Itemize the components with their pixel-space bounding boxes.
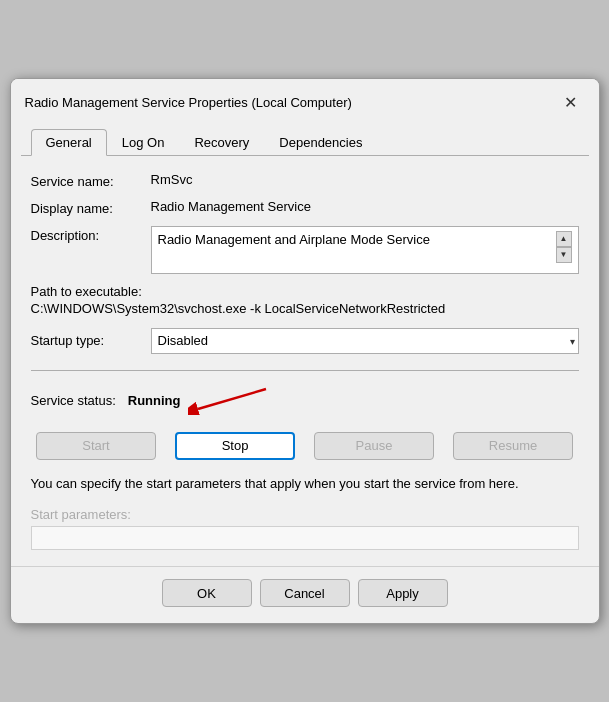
start-button[interactable]: Start — [36, 432, 156, 460]
display-name-label: Display name: — [31, 199, 151, 216]
pause-button[interactable]: Pause — [314, 432, 434, 460]
dialog-footer: OK Cancel Apply — [11, 566, 599, 623]
display-name-row: Display name: Radio Management Service — [31, 199, 579, 216]
svg-line-1 — [198, 389, 266, 409]
service-status-label: Service status: — [31, 393, 116, 408]
startup-type-select[interactable]: Automatic Automatic (Delayed Start) Manu… — [151, 328, 579, 354]
tab-content-general: Service name: RmSvc Display name: Radio … — [11, 156, 599, 567]
tab-dependencies[interactable]: Dependencies — [264, 129, 377, 155]
startup-select-wrapper: Automatic Automatic (Delayed Start) Manu… — [151, 328, 579, 354]
arrow-indicator — [188, 383, 268, 418]
description-scrollbar[interactable]: ▲ ▼ — [556, 231, 572, 263]
apply-button[interactable]: Apply — [358, 579, 448, 607]
scroll-down-arrow[interactable]: ▼ — [556, 247, 572, 263]
service-control-buttons: Start Stop Pause Resume — [31, 432, 579, 460]
window-title: Radio Management Service Properties (Loc… — [25, 95, 352, 110]
path-section: Path to executable: C:\WINDOWS\System32\… — [31, 284, 579, 316]
path-label: Path to executable: — [31, 284, 579, 299]
tab-logon[interactable]: Log On — [107, 129, 180, 155]
service-name-label: Service name: — [31, 172, 151, 189]
start-params-label: Start parameters: — [31, 507, 579, 522]
description-box: Radio Management and Airplane Mode Servi… — [151, 226, 579, 274]
tab-recovery[interactable]: Recovery — [179, 129, 264, 155]
service-status-value: Running — [128, 393, 181, 408]
cancel-button[interactable]: Cancel — [260, 579, 350, 607]
startup-type-row: Startup type: Automatic Automatic (Delay… — [31, 328, 579, 354]
service-name-row: Service name: RmSvc — [31, 172, 579, 189]
service-status-row: Service status: Running — [31, 383, 579, 418]
close-button[interactable]: ✕ — [557, 89, 585, 117]
startup-label: Startup type: — [31, 333, 151, 348]
red-arrow-icon — [188, 383, 268, 415]
stop-button[interactable]: Stop — [175, 432, 295, 460]
tab-bar: General Log On Recovery Dependencies — [21, 121, 589, 156]
properties-dialog: Radio Management Service Properties (Loc… — [10, 78, 600, 625]
hint-text: You can specify the start parameters tha… — [31, 474, 579, 494]
divider — [31, 370, 579, 371]
ok-button[interactable]: OK — [162, 579, 252, 607]
start-params-input[interactable] — [31, 526, 579, 550]
scroll-up-arrow[interactable]: ▲ — [556, 231, 572, 247]
path-value: C:\WINDOWS\System32\svchost.exe -k Local… — [31, 301, 579, 316]
display-name-value: Radio Management Service — [151, 199, 311, 214]
description-label: Description: — [31, 226, 151, 243]
tab-general[interactable]: General — [31, 129, 107, 156]
service-name-value: RmSvc — [151, 172, 193, 187]
description-row: Description: Radio Management and Airpla… — [31, 226, 579, 274]
title-bar: Radio Management Service Properties (Loc… — [11, 79, 599, 117]
resume-button[interactable]: Resume — [453, 432, 573, 460]
description-text: Radio Management and Airplane Mode Servi… — [158, 231, 556, 249]
